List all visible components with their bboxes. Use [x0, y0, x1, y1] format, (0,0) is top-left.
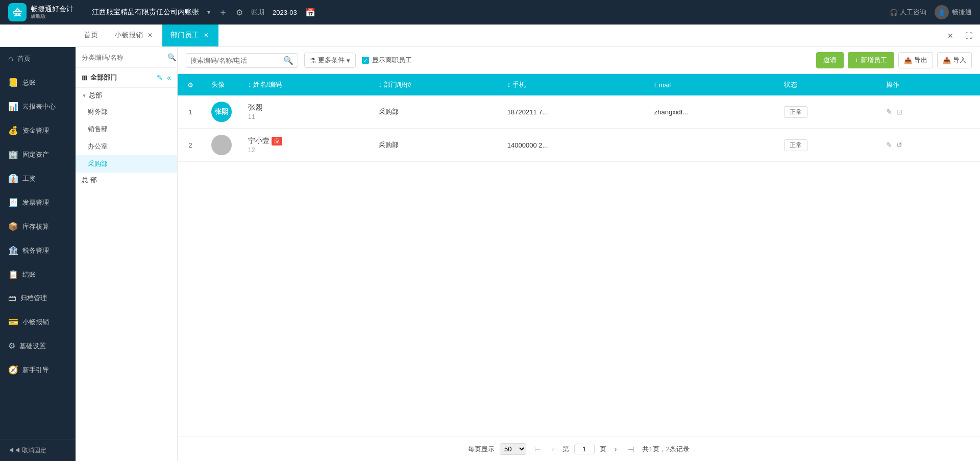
page-size-label: 每页显示: [468, 445, 495, 454]
sidebar-archive-label: 归档管理: [20, 294, 47, 303]
sidebar-item-reports[interactable]: 📊 云报表中心: [0, 94, 76, 118]
dept-node-finance[interactable]: 财务部: [76, 103, 177, 120]
sidebar-item-checkout[interactable]: 📋 结账: [0, 262, 76, 286]
sidebar-guide-label: 新手引导: [22, 366, 49, 375]
sidebar-item-tax[interactable]: 🏦 税务管理: [0, 238, 76, 262]
sidebar-item-salary[interactable]: 👔 工资: [0, 166, 76, 190]
th-settings[interactable]: ⚙: [178, 74, 203, 95]
dept-node-sales[interactable]: 销售部: [76, 120, 177, 138]
th-dept[interactable]: ↕ 部门/职位: [371, 74, 499, 95]
expand-icon: ▼: [82, 93, 87, 99]
sidebar-item-funds[interactable]: 💰 资金管理: [0, 118, 76, 142]
period-value: 2023-03: [273, 9, 297, 16]
tab-dept[interactable]: 部门员工 ✕: [162, 25, 218, 46]
tab-dept-close[interactable]: ✕: [202, 31, 210, 39]
row-num: 1: [178, 95, 203, 129]
emp-actions: 邀请 + 新增员工 📤 导出 📥 导入: [816, 52, 972, 68]
header-settings-btn[interactable]: ⚙: [236, 8, 243, 17]
tab-expense-close[interactable]: ✕: [146, 31, 154, 39]
support-btn[interactable]: 🎧 人工咨询: [890, 8, 926, 17]
tab-expense[interactable]: 小畅报销 ✕: [106, 25, 162, 46]
edit-icon[interactable]: ✎: [886, 108, 892, 116]
filter-btn[interactable]: ⚗ 更多条件 ▾: [304, 53, 356, 68]
more-action-icon[interactable]: ↺: [896, 141, 902, 149]
status-badge: 正常: [784, 139, 807, 151]
top-header: 会 畅捷通好会计 旗舰版 江西服宝精品有限责任公司内账张 ▾ ＋ ⚙ 账期 20…: [0, 0, 980, 25]
dept-search-wrap: 🔍: [76, 47, 177, 68]
emp-name: 宁小壹应: [248, 136, 362, 145]
page-prev-btn[interactable]: ‹: [549, 444, 557, 454]
sidebar-invoice-label: 发票管理: [22, 198, 49, 207]
invite-btn[interactable]: 邀请: [816, 52, 844, 68]
company-dropdown-btn[interactable]: ▾: [207, 9, 210, 16]
email-cell: zhangxidf...: [646, 95, 776, 129]
sidebar-item-invoice[interactable]: 🧾 发票管理: [0, 190, 76, 214]
add-tab-btn[interactable]: ＋: [218, 6, 228, 18]
add-employee-btn[interactable]: + 新增员工: [848, 52, 894, 68]
dept-collapse-btn[interactable]: «: [167, 74, 171, 82]
th-phone[interactable]: ↕ 手机: [499, 74, 646, 95]
th-avatar: 头像: [203, 74, 240, 95]
dept-header-actions: ✎ «: [157, 74, 171, 82]
action-btns: ✎ ↺: [886, 141, 972, 149]
avatar-cell: [203, 129, 240, 162]
sidebar-item-assets[interactable]: 🏢 固定资产: [0, 142, 76, 166]
sidebar-inventory-label: 库存核算: [22, 222, 49, 231]
emp-search-input[interactable]: [190, 57, 280, 64]
import-btn[interactable]: 📥 导入: [937, 52, 972, 68]
status-badge: 正常: [784, 106, 807, 118]
dept-root-node[interactable]: ▼ 总部: [76, 88, 177, 103]
window-expand-btn[interactable]: ⛶: [962, 29, 976, 43]
sidebar-item-inventory[interactable]: 📦 库存核算: [0, 214, 76, 238]
inventory-icon: 📦: [8, 222, 18, 231]
page-next-btn[interactable]: ›: [611, 444, 620, 454]
page-input[interactable]: [574, 444, 595, 454]
guide-icon: 🧭: [8, 365, 18, 375]
dept-node-general[interactable]: 总 部: [76, 173, 177, 188]
dept-tree: 🔍 ⊞ 全部部门 ✎ « ▼ 总部 财务部: [76, 47, 178, 461]
export-btn[interactable]: 📤 导出: [898, 52, 933, 68]
avatar-cell: 张熙: [203, 95, 240, 129]
dept-edit-btn[interactable]: ✎: [157, 74, 163, 82]
action-btns: ✎ ⊡: [886, 108, 972, 116]
app-name: 畅捷通好会计: [31, 5, 74, 13]
sidebar-item-archive[interactable]: 🗃 归档管理: [0, 286, 76, 310]
th-status: 状态: [776, 74, 878, 95]
cancel-fixed-btn[interactable]: ◀◀ 取消固定: [0, 440, 76, 461]
assets-icon: 🏢: [8, 150, 18, 159]
sidebar-item-guide[interactable]: 🧭 新手引导: [0, 358, 76, 382]
main-layout: ⌂ 首页 📒 总账 📊 云报表中心 💰 资金管理 🏢 固定资产 👔 工资 🧾 发…: [0, 47, 980, 461]
all-dept-btn[interactable]: ⊞ 全部部门: [82, 73, 117, 82]
sidebar-reports-label: 云报表中心: [22, 102, 56, 111]
page-first-btn[interactable]: ⊢: [531, 444, 544, 454]
add-employee-label: + 新增员工: [855, 56, 887, 64]
window-close-btn[interactable]: ✕: [943, 29, 958, 43]
filter-label: 更多条件: [318, 56, 345, 65]
edit-icon[interactable]: ✎: [886, 141, 892, 149]
dept-search-input[interactable]: [82, 54, 167, 61]
table-row: 2 宁小壹应 12 采购部 14000000 2... 正常 ✎ ↺: [178, 129, 980, 162]
dept-node-office[interactable]: 办公室: [76, 138, 177, 155]
sidebar-item-settings[interactable]: ⚙ 基础设置: [0, 334, 76, 358]
invite-label: 邀请: [823, 56, 837, 64]
app-sub: 旗舰版: [31, 13, 74, 20]
all-dept-label: 全部部门: [90, 73, 117, 82]
show-resigned-cb[interactable]: ✓ 显示离职员工: [362, 56, 412, 65]
filter-chevron-icon: ▾: [347, 57, 350, 64]
remind-badge: 应: [272, 137, 282, 145]
dept-node-purchase[interactable]: 采购部: [76, 155, 177, 173]
header-middle: 江西服宝精品有限责任公司内账张 ▾ ＋ ⚙ 账期 2023-03 📅: [84, 6, 890, 18]
more-action-icon[interactable]: ⊡: [896, 108, 902, 116]
page-last-btn[interactable]: ⊣: [625, 444, 637, 454]
user-area[interactable]: 👤 畅捷通: [935, 5, 972, 19]
tab-home[interactable]: 首页: [76, 25, 106, 46]
sidebar-item-ledger[interactable]: 📒 总账: [0, 70, 76, 94]
sidebar-item-home[interactable]: ⌂ 首页: [0, 47, 76, 70]
page-size-select[interactable]: 50 10 20 100: [500, 443, 526, 455]
sidebar-item-expense[interactable]: 💳 小畅报销: [0, 310, 76, 334]
th-name[interactable]: ↕ 姓名/编码: [240, 74, 371, 95]
calendar-icon[interactable]: 📅: [305, 8, 315, 17]
import-label: 导入: [953, 56, 966, 65]
support-label: 人工咨询: [900, 8, 926, 17]
total-info: 共1页，2条记录: [642, 445, 689, 454]
